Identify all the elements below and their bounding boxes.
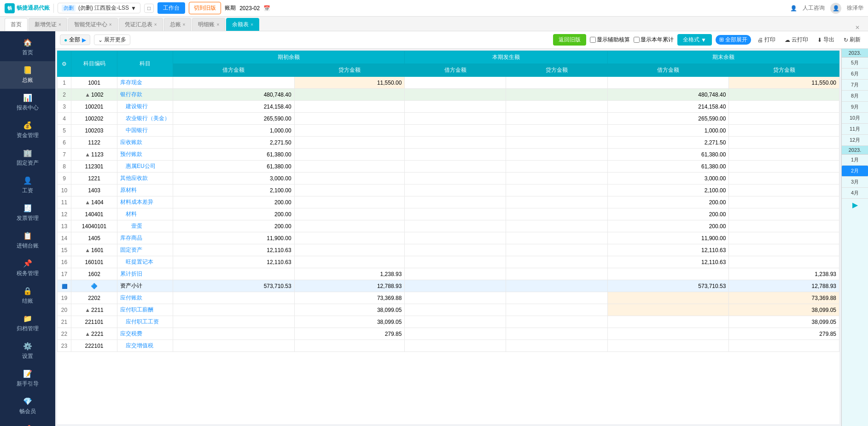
tab-home[interactable]: 首页 [5, 18, 28, 31]
account-name-cell[interactable]: 建设银行 [117, 101, 173, 113]
sidebar-item-report[interactable]: 📊 报表中心 [0, 89, 55, 116]
account-link[interactable]: 应付职工工资 [126, 318, 159, 325]
account-link[interactable]: 惠属EU公司 [126, 163, 156, 169]
month-9[interactable]: 9月 [842, 102, 868, 113]
full-format-button[interactable]: 全格式 ▼ [677, 34, 712, 46]
sidebar-item-tax[interactable]: 📌 税务管理 [0, 254, 55, 282]
aux-checkbox-input[interactable] [590, 37, 596, 43]
sidebar-item-payroll[interactable]: 👤 工资 [0, 172, 55, 199]
account-link[interactable]: 应交税费 [120, 330, 142, 337]
print-button[interactable]: 🖨 打印 [755, 35, 778, 45]
sidebar-item-member[interactable]: 💎 畅会员 [0, 392, 55, 420]
month-5[interactable]: 5月 [842, 58, 868, 69]
account-name-cell[interactable]: 库存现金 [117, 77, 173, 89]
account-name-cell[interactable]: 应交增值税 [117, 340, 173, 352]
month-8[interactable]: 8月 [842, 91, 868, 102]
return-old-button[interactable]: 返回旧版 [553, 34, 586, 46]
sidebar-item-capital[interactable]: 💰 资金管理 [0, 116, 55, 144]
month-1[interactable]: 1月 [842, 155, 868, 166]
month-6[interactable]: 6月 [842, 69, 868, 80]
account-link[interactable]: 应交增值税 [126, 342, 153, 349]
account-name-cell[interactable]: 材料成本差异 [117, 196, 173, 208]
settings-header[interactable]: ⚙ [58, 51, 71, 77]
show-aux-checkbox[interactable]: 显示辅助核算 [590, 36, 630, 44]
calendar-icon[interactable]: 📅 [263, 5, 270, 12]
ytd-checkbox-input[interactable] [634, 37, 640, 43]
account-link[interactable]: 材料 [126, 211, 137, 217]
account-name-cell[interactable]: 银行存款 [117, 89, 173, 101]
sidebar-item-settings[interactable]: ⚙️ 设置 [0, 337, 55, 365]
sidebar-item-closing[interactable]: 🔒 结账 [0, 282, 55, 310]
copy-button[interactable]: □ [144, 4, 154, 13]
close-detail-icon[interactable]: × [216, 22, 219, 27]
account-name-cell[interactable]: 原材料 [117, 184, 173, 196]
tab-ledger[interactable]: 总账 × [164, 18, 192, 31]
account-link[interactable]: 原材料 [120, 187, 137, 193]
close-new-voucher-icon[interactable]: × [58, 22, 61, 27]
month-12[interactable]: 12月 [842, 135, 868, 146]
account-name-cell[interactable]: 旺提置记本 [117, 256, 173, 268]
refresh-button[interactable]: ↻ 刷新 [841, 35, 863, 45]
account-link[interactable]: 建设银行 [126, 103, 148, 109]
sidebar-item-home[interactable]: 🏠 首页 [0, 34, 55, 61]
sidebar-item-pin[interactable]: 📌 取消固定 [0, 420, 55, 426]
tab-balance[interactable]: 余额表 × [226, 18, 259, 31]
account-link[interactable]: 中国银行 [126, 127, 148, 133]
account-name-cell[interactable]: 固定资产 [117, 244, 173, 256]
sidebar-item-guide[interactable]: 📝 新手引导 [0, 365, 55, 392]
sidebar-item-archive[interactable]: 📁 归档管理 [0, 310, 55, 337]
account-name-cell[interactable]: 预付账款 [117, 149, 173, 161]
expand-all-toggle[interactable]: ⊞ 全部展开 [716, 35, 751, 45]
month-10[interactable]: 10月 [842, 113, 868, 124]
account-name-cell[interactable]: 应交税费 [117, 328, 173, 340]
month-3[interactable]: 3月 [842, 177, 868, 188]
account-name-cell[interactable]: 应付职工薪酬 [117, 304, 173, 316]
tab-voucher-summary[interactable]: 凭证汇总表 × [119, 18, 163, 31]
close-voucher-summary-icon[interactable]: × [154, 22, 157, 27]
month-4[interactable]: 4月 [842, 188, 868, 199]
cloud-print-button[interactable]: ☁ 云打印 [782, 35, 811, 45]
sidebar-item-ledger[interactable]: 📒 总账 [0, 61, 55, 89]
calendar-toggle[interactable]: ▶ [842, 199, 868, 211]
account-link[interactable]: 其他应收款 [120, 175, 148, 181]
close-window-button[interactable]: ✕ [851, 24, 863, 31]
sidebar-item-fixed[interactable]: 🏢 固定资产 [0, 144, 55, 172]
close-ledger-icon[interactable]: × [183, 22, 186, 27]
month-11[interactable]: 11月 [842, 124, 868, 135]
account-name-cell[interactable]: 库存商品 [117, 232, 173, 244]
account-name-cell[interactable]: 中国银行 [117, 125, 173, 137]
account-name-cell[interactable]: 农业银行（美金） [117, 113, 173, 125]
account-name-cell[interactable]: 壹蛋 [117, 220, 173, 232]
account-link[interactable]: 银行存款 [120, 91, 142, 98]
filter-group[interactable]: ● 全部 ▶ [60, 35, 90, 45]
account-name-cell[interactable]: 累计折旧 [117, 268, 173, 280]
month-7[interactable]: 7月 [842, 80, 868, 91]
close-balance-icon[interactable]: × [250, 22, 253, 27]
account-link[interactable]: 应收账款 [120, 139, 142, 145]
month-2-active[interactable]: 2月 [842, 166, 868, 177]
account-link[interactable]: 壹蛋 [131, 223, 142, 229]
tab-new-voucher[interactable]: 新增凭证 × [29, 18, 67, 31]
period-switch-button[interactable]: 切到旧版 [189, 2, 221, 14]
workbench-button[interactable]: 工作台 [157, 2, 185, 14]
account-link[interactable]: 固定资产 [120, 247, 142, 253]
consult-label[interactable]: 人工咨询 [803, 4, 825, 12]
account-name-cell[interactable]: 其他应收款 [117, 173, 173, 184]
account-name-cell[interactable]: 应收账款 [117, 137, 173, 149]
account-link[interactable]: 库存商品 [120, 235, 142, 241]
account-name-cell[interactable]: 应付账款 [117, 292, 173, 304]
sidebar-item-trade[interactable]: 📋 进销台账 [0, 227, 55, 254]
account-name-cell[interactable]: 惠属EU公司 [117, 161, 173, 173]
filter-arrow-icon[interactable]: ▶ [82, 37, 86, 43]
account-link[interactable]: 预付账款 [120, 151, 142, 157]
close-smart-check-icon[interactable]: × [109, 22, 112, 27]
account-link[interactable]: 累计折旧 [120, 271, 142, 277]
account-link[interactable]: 应付职工薪酬 [120, 306, 153, 313]
account-link[interactable]: 旺提置记本 [126, 259, 153, 265]
account-link[interactable]: 库存现金 [120, 79, 142, 86]
account-link[interactable]: 应付账款 [120, 294, 142, 301]
balance-table-scroll[interactable]: ⚙ 科目编码 科目 期初余额 本期发生额 期末余额 借方金额 贷方金额 借方金额 [57, 51, 839, 424]
expand-more-button[interactable]: ⌄ 展开更多 [94, 35, 130, 45]
account-link[interactable]: 农业银行（美金） [126, 115, 170, 121]
sidebar-item-invoice[interactable]: 🧾 发票管理 [0, 199, 55, 227]
